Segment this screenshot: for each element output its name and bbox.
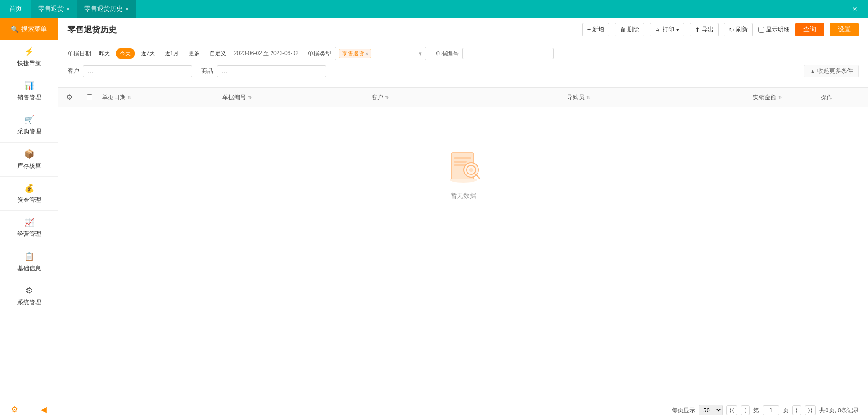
page-title: 零售退货历史	[67, 24, 117, 35]
goods-placeholder: …	[221, 67, 228, 75]
th-date[interactable]: 单据日期 ⇅	[98, 89, 219, 106]
window-close-icon[interactable]: ×	[848, 3, 861, 16]
filter-row-1: 单据日期 昨天 今天 近7天 近1月 更多 自定义 2023-06-02 至 2…	[67, 47, 859, 60]
th-op: 操作	[786, 89, 868, 106]
filter-area: 单据日期 昨天 今天 近7天 近1月 更多 自定义 2023-06-02 至 2…	[58, 41, 868, 88]
date-btn-custom[interactable]: 自定义	[205, 48, 230, 59]
sidebar-item-purchase-mgmt[interactable]: 🛒 采购管理	[0, 108, 58, 143]
refresh-icon: ↻	[729, 26, 734, 33]
finance-icon: 💰	[24, 183, 34, 193]
sales-icon: 📊	[24, 81, 34, 91]
delete-icon: 🗑	[620, 26, 626, 33]
settings-bottom-icon[interactable]: ⚙	[11, 405, 18, 415]
sidebar-item-basic-info[interactable]: 📋 基础信息	[0, 245, 58, 279]
page-unit: 页	[783, 406, 789, 415]
tab-retail-return-history[interactable]: 零售退货历史 ×	[77, 0, 136, 18]
sidebar-item-sales-mgmt[interactable]: 📊 销售管理	[0, 74, 58, 108]
sidebar-item-sys-mgmt[interactable]: ⚙ 系统管理	[0, 279, 58, 313]
next-page-button[interactable]: ⟩	[792, 405, 801, 415]
table-header: ⚙ 单据日期 ⇅ 单据编号 ⇅ 客户 ⇅ 导购员 ⇅	[58, 88, 868, 107]
collapse-button[interactable]: ▲ 收起更多条件	[804, 65, 859, 77]
print-icon: 🖨	[655, 26, 661, 33]
date-btn-today[interactable]: 今天	[116, 48, 135, 59]
date-btn-more[interactable]: 更多	[185, 48, 204, 59]
export-icon: ⬆	[695, 26, 700, 33]
table-settings-icon[interactable]: ⚙	[58, 93, 80, 102]
empty-state: 暂无数据	[58, 107, 868, 236]
first-page-button[interactable]: ⟨⟨	[726, 405, 737, 415]
export-button[interactable]: ⬆ 导出	[690, 23, 719, 36]
doc-no-label: 单据编号	[435, 50, 459, 58]
tab-retail-return-history-close[interactable]: ×	[125, 6, 128, 12]
sidebar-item-quick-nav[interactable]: ⚡ 快捷导航	[0, 40, 58, 74]
page-size-select[interactable]: 10 20 50 100	[699, 405, 723, 415]
svg-line-7	[476, 174, 479, 178]
select-all-checkbox[interactable]	[87, 94, 92, 100]
doc-no-input[interactable]	[462, 48, 554, 59]
basic-info-icon: 📋	[24, 251, 34, 261]
top-bar: 首页 零售退货 × 零售退货历史 × ×	[0, 0, 868, 18]
refresh-button[interactable]: ↻ 刷新	[724, 23, 753, 36]
date-range-display: 2023-06-02 至 2023-06-02	[234, 50, 298, 57]
th-customer[interactable]: 客户 ⇅	[368, 89, 564, 106]
layout: 🔍 搜索菜单 ⚡ 快捷导航 📊 销售管理 🛒 采购管理 📦 库存核算 💰 资金管…	[0, 18, 868, 420]
th-no[interactable]: 单据编号 ⇅	[219, 89, 367, 106]
th-amount-sort-icon: ⇅	[778, 95, 782, 100]
doc-type-tag-close[interactable]: ×	[365, 51, 368, 56]
th-guide[interactable]: 导购员 ⇅	[563, 89, 683, 106]
last-page-button[interactable]: ⟩⟩	[805, 405, 816, 415]
empty-illustration	[443, 143, 484, 184]
date-btn-last1m[interactable]: 近1月	[161, 48, 183, 59]
date-btn-yesterday[interactable]: 昨天	[95, 48, 114, 59]
page-size-label: 每页显示	[672, 406, 695, 415]
display-toggle-checkbox[interactable]	[758, 27, 764, 33]
sidebar-item-ops-mgmt[interactable]: 📈 经营管理	[0, 211, 58, 245]
tab-home[interactable]: 首页	[0, 0, 31, 18]
doc-type-tag: 零售退货 ×	[339, 49, 371, 58]
sidebar-item-purchase-label: 采购管理	[17, 128, 41, 136]
collapse-icon: ▲	[810, 68, 816, 75]
date-filter-label: 单据日期	[67, 50, 91, 58]
sidebar-item-finance-mgmt[interactable]: 💰 资金管理	[0, 177, 58, 211]
print-button[interactable]: 🖨 打印 ▾	[650, 23, 684, 36]
tab-retail-return-history-label: 零售退货历史	[84, 5, 123, 13]
goods-select[interactable]: …	[217, 65, 326, 77]
date-buttons: 昨天 今天 近7天 近1月 更多 自定义	[95, 48, 230, 59]
sidebar-item-quick-nav-label: 快捷导航	[17, 59, 41, 67]
query-button[interactable]: 查询	[795, 23, 824, 36]
date-btn-last7[interactable]: 近7天	[137, 48, 159, 59]
sidebar-item-finance-label: 资金管理	[17, 196, 41, 204]
svg-rect-3	[454, 161, 467, 163]
search-icon: 🔍	[11, 26, 19, 33]
sidebar-search-label: 搜索菜单	[21, 25, 47, 33]
page-header: 零售退货历史 + 新增 🗑 删除 🖨 打印 ▾ ⬆ 导出 ↻	[58, 18, 868, 41]
ops-icon: 📈	[24, 217, 34, 227]
sidebar-item-inventory[interactable]: 📦 库存核算	[0, 143, 58, 177]
prev-page-button[interactable]: ⟨	[741, 405, 750, 415]
doc-type-filter: 单据类型 零售退货 × ▾	[308, 47, 426, 60]
settings-button[interactable]: 设置	[830, 23, 859, 36]
delete-button[interactable]: 🗑 删除	[615, 23, 644, 36]
th-guide-sort-icon: ⇅	[586, 95, 590, 100]
print-dropdown-icon: ▾	[676, 26, 679, 33]
tab-retail-return-close[interactable]: ×	[67, 6, 70, 12]
table-select-all[interactable]	[80, 94, 98, 100]
sidebar-item-sys-label: 系统管理	[17, 298, 41, 307]
doc-no-filter: 单据编号	[435, 48, 554, 59]
sidebar: 🔍 搜索菜单 ⚡ 快捷导航 📊 销售管理 🛒 采购管理 📦 库存核算 💰 资金管…	[0, 18, 58, 420]
collapse-sidebar-icon[interactable]: ◀	[41, 405, 47, 415]
display-toggle-label[interactable]: 显示明细	[758, 26, 790, 34]
th-no-sort-icon: ⇅	[248, 95, 252, 100]
doc-type-select[interactable]: 零售退货 × ▾	[335, 47, 426, 60]
sidebar-item-basic-label: 基础信息	[17, 264, 41, 272]
page-number-input[interactable]	[763, 405, 779, 415]
th-amount[interactable]: 实销金额 ⇅	[684, 89, 786, 106]
tab-retail-return[interactable]: 零售退货 ×	[31, 0, 77, 18]
customer-select[interactable]: …	[83, 65, 192, 77]
table-area: ⚙ 单据日期 ⇅ 单据编号 ⇅ 客户 ⇅ 导购员 ⇅	[58, 88, 868, 400]
main-content: 零售退货历史 + 新增 🗑 删除 🖨 打印 ▾ ⬆ 导出 ↻	[58, 18, 868, 420]
sidebar-search[interactable]: 🔍 搜索菜单	[0, 18, 58, 40]
empty-text: 暂无数据	[451, 192, 476, 200]
pagination: 每页显示 10 20 50 100 ⟨⟨ ⟨ 第 页 ⟩ ⟩⟩ 共0页, 0条记…	[58, 400, 868, 420]
new-button[interactable]: + 新增	[582, 23, 609, 36]
